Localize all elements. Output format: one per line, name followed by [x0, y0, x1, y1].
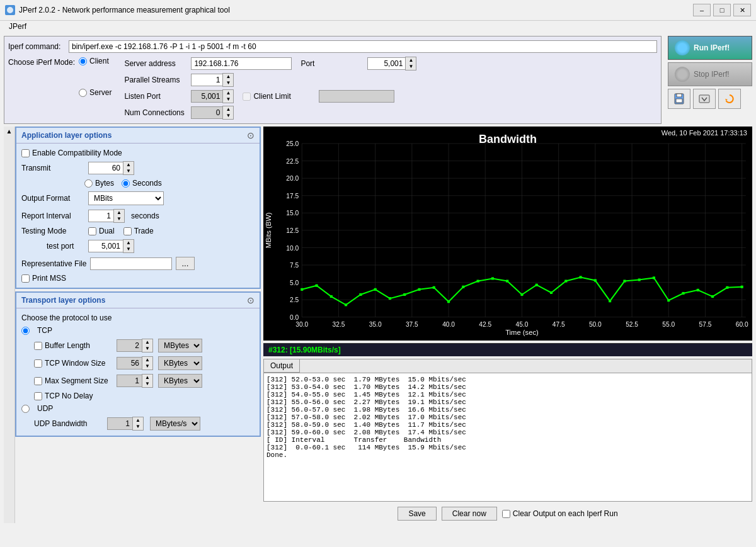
udp-bw-down[interactable]: ▼	[133, 424, 143, 430]
load-config-button[interactable]	[693, 89, 716, 109]
left-scroll-area[interactable]: ▲	[4, 127, 15, 523]
dual-checkbox[interactable]	[88, 227, 96, 235]
max-seg-down[interactable]: ▼	[142, 381, 152, 387]
stop-iperf-button[interactable]: Stop IPerf!	[668, 62, 752, 86]
num-conn-up[interactable]: ▲	[223, 106, 233, 113]
iperf-command-input[interactable]	[69, 40, 657, 53]
svg-rect-62	[403, 293, 406, 296]
refresh-button[interactable]	[718, 89, 741, 109]
udp-radio[interactable]	[21, 405, 30, 413]
svg-rect-72	[550, 291, 553, 294]
svg-text:MBits (BW): MBits (BW)	[265, 212, 272, 248]
udp-bw-up[interactable]: ▲	[133, 417, 143, 424]
buffer-length-input[interactable]	[117, 339, 142, 352]
transmit-up[interactable]: ▲	[123, 162, 134, 168]
client-limit-checkbox[interactable]	[243, 93, 251, 101]
svg-text:22.5: 22.5	[286, 158, 299, 165]
num-conn-down[interactable]: ▼	[223, 113, 233, 119]
parallel-streams-input[interactable]	[191, 74, 222, 86]
port-input[interactable]	[367, 57, 405, 70]
buffer-unit-select[interactable]: MBytes KBytes Bytes	[158, 339, 202, 352]
tcp-window-unit-select[interactable]: KBytes MBytes Bytes	[158, 356, 202, 370]
svg-text:7.5: 7.5	[290, 262, 299, 269]
minimize-button[interactable]: –	[693, 4, 711, 16]
output-text[interactable]: [312] 52.0-53.0 sec 1.79 MBytes 15.0 Mbi…	[264, 373, 752, 499]
run-iperf-button[interactable]: Run IPerf!	[668, 36, 752, 60]
save-output-button[interactable]: Save	[398, 507, 436, 521]
report-interval-up[interactable]: ▲	[114, 210, 124, 216]
test-port-up[interactable]: ▲	[123, 240, 134, 246]
clear-on-run-checkbox[interactable]	[502, 510, 510, 518]
window-title: JPerf 2.0.2 - Network performance measur…	[19, 6, 230, 14]
browse-button[interactable]: ...	[176, 257, 194, 270]
num-connections-input[interactable]	[191, 106, 222, 119]
report-interval-input[interactable]	[88, 210, 113, 222]
listen-port-down[interactable]: ▼	[223, 96, 233, 103]
svg-text:5.0: 5.0	[290, 279, 299, 286]
tcp-window-checkbox[interactable]	[34, 359, 42, 368]
menu-item-jperf[interactable]: JPerf	[5, 21, 30, 32]
test-port-label: test port	[47, 242, 84, 251]
max-segment-checkbox[interactable]	[34, 377, 42, 385]
svg-rect-56	[316, 285, 318, 287]
server-radio[interactable]	[79, 89, 87, 97]
transmit-down[interactable]: ▼	[123, 168, 134, 174]
print-mss-checkbox[interactable]	[21, 274, 30, 283]
svg-rect-71	[536, 284, 538, 286]
trade-label: Trade	[134, 227, 154, 235]
clear-output-button[interactable]: Clear now	[442, 507, 497, 521]
svg-text:25.0: 25.0	[286, 140, 299, 147]
bytes-radio[interactable]	[84, 179, 93, 188]
client-radio[interactable]	[79, 57, 87, 65]
listen-port-input[interactable]	[191, 90, 222, 103]
server-address-input[interactable]	[191, 57, 292, 70]
test-port-down[interactable]: ▼	[123, 246, 134, 252]
compat-mode-checkbox[interactable]	[21, 149, 30, 157]
report-interval-label: Report Interval	[21, 211, 84, 220]
max-segment-unit-select[interactable]: KBytes MBytes Bytes	[158, 374, 202, 388]
buffer-up[interactable]: ▲	[142, 339, 152, 346]
tcp-window-down[interactable]: ▼	[142, 363, 152, 369]
rep-file-input[interactable]	[90, 257, 172, 270]
client-limit-input[interactable]	[319, 90, 394, 103]
port-down[interactable]: ▼	[406, 64, 416, 70]
output-format-select[interactable]: MBits KBits GBits Bytes KBytes MBytes GB…	[88, 191, 164, 205]
svg-text:12.5: 12.5	[286, 227, 299, 234]
trade-checkbox[interactable]	[123, 227, 132, 235]
buffer-length-checkbox[interactable]	[34, 342, 42, 350]
save-config-button[interactable]	[668, 89, 690, 109]
transmit-input[interactable]	[88, 162, 123, 174]
svg-text:17.5: 17.5	[286, 193, 299, 200]
tcp-window-input[interactable]	[117, 357, 142, 369]
svg-rect-55	[301, 288, 303, 291]
test-port-input[interactable]	[88, 240, 123, 252]
parallel-down[interactable]: ▼	[223, 80, 233, 86]
tcp-radio[interactable]	[21, 327, 30, 335]
svg-rect-80	[667, 299, 670, 302]
report-interval-down[interactable]: ▼	[114, 216, 124, 222]
output-tab[interactable]: Output	[264, 359, 300, 373]
tcp-window-up[interactable]: ▲	[142, 357, 152, 363]
app-layer-collapse[interactable]: ⊙	[247, 130, 255, 140]
svg-rect-65	[447, 300, 450, 303]
udp-bandwidth-input[interactable]	[107, 417, 132, 430]
listen-port-up[interactable]: ▲	[223, 90, 233, 96]
maximize-button[interactable]: □	[713, 4, 731, 16]
max-seg-up[interactable]: ▲	[142, 375, 152, 381]
parallel-streams-label: Parallel Streams	[124, 76, 187, 84]
udp-bandwidth-unit-select[interactable]: MBytes/sec KBytes/sec	[150, 417, 200, 431]
scroll-up-icon[interactable]: ▲	[6, 128, 13, 135]
svg-text:50.0: 50.0	[589, 321, 602, 328]
max-segment-input[interactable]	[117, 375, 142, 387]
close-button[interactable]: ✕	[733, 4, 751, 16]
transport-layer-collapse[interactable]: ⊙	[247, 295, 255, 305]
parallel-up[interactable]: ▲	[223, 74, 233, 80]
svg-text:55.0: 55.0	[662, 321, 675, 328]
clear-on-run-label: Clear Output on each Iperf Run	[513, 509, 618, 518]
svg-rect-76	[609, 300, 611, 302]
buffer-down[interactable]: ▼	[142, 346, 152, 352]
seconds-radio[interactable]	[122, 179, 130, 188]
rep-file-label: Representative File	[21, 259, 86, 268]
tcp-no-delay-checkbox[interactable]	[34, 392, 42, 400]
port-up[interactable]: ▲	[406, 57, 416, 64]
